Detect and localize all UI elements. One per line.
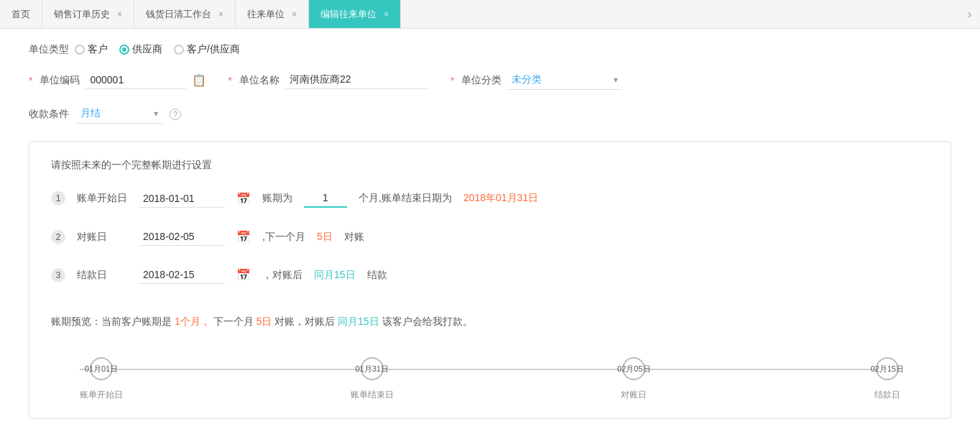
radio-supplier-circle	[119, 45, 129, 55]
tab-partner-label: 往来单位	[247, 8, 285, 21]
radio-customer[interactable]: 客户	[75, 43, 108, 56]
payment-label: 收款条件	[29, 108, 69, 121]
unit-category-select[interactable]: 未分类 ▾	[507, 70, 622, 90]
point-dot-2: 01月31日	[361, 357, 384, 380]
radio-group: 客户 供应商 客户/供应商	[75, 43, 240, 56]
radio-both-circle	[174, 45, 184, 55]
tab-sales-label: 销售订单历史	[54, 8, 110, 21]
period-months-input[interactable]	[304, 189, 347, 208]
row-1-label: 账单开始日	[77, 192, 127, 205]
timeline-point-4: 02月15日 结款日	[874, 357, 900, 401]
tab-edit-close[interactable]: ×	[384, 9, 389, 19]
point-dot-1: 01月01日	[90, 357, 113, 380]
tab-partner-close[interactable]: ×	[292, 9, 297, 19]
start-date-cal-icon[interactable]: 📅	[236, 192, 251, 206]
period-unit: 个月,账单结束日期为	[359, 192, 452, 205]
preview-middle-1: 下一个月	[213, 316, 254, 327]
payment-suffix-2: 结款	[367, 269, 387, 282]
radio-customer-circle	[75, 45, 85, 55]
point-label-3: 对账日	[621, 389, 647, 401]
payment-highlight: 同月15日	[314, 269, 356, 282]
code-name-category-section: * 单位编码 📋 * 单位名称 * 单位分类 未分类 ▾	[29, 70, 951, 90]
unit-code-label: 单位编码	[40, 74, 80, 87]
tab-cash-label: 钱货日清工作台	[146, 8, 211, 21]
name-required-star: *	[228, 75, 231, 86]
tab-bar: 首页 销售订单历史 × 钱货日清工作台 × 往来单位 × 编辑往来单位 × ›	[0, 0, 980, 29]
timeline: 01月01日 账单开始日 01月31日 账单结束日 02月05日 对账日 02月…	[51, 357, 929, 401]
preview-prefix: 账期预览：当前客户账期是	[51, 316, 172, 327]
timeline-point-2: 01月31日 账单结束日	[351, 357, 394, 401]
cat-required-star: *	[450, 75, 454, 86]
timeline-point-3: 02月05日 对账日	[621, 357, 647, 401]
row-num-3: 3	[51, 268, 65, 282]
help-icon[interactable]: ?	[170, 109, 181, 120]
payment-date-input[interactable]	[139, 266, 225, 284]
row-2-label: 对账日	[77, 231, 127, 244]
config-row-1: 1 账单开始日 📅 账期为 个月,账单结束日期为 2018年01月31日	[51, 189, 929, 208]
timeline-points: 01月01日 账单开始日 01月31日 账单结束日 02月05日 对账日 02月…	[80, 357, 900, 401]
payment-date-cal-icon[interactable]: 📅	[236, 268, 251, 282]
config-row-3: 3 结款日 📅 ，对账后 同月15日 结款	[51, 266, 929, 284]
payment-row: 收款条件 月结 ▾ ?	[29, 104, 951, 124]
tab-edit-label: 编辑往来单位	[320, 8, 376, 21]
row-num-2: 2	[51, 230, 65, 244]
row-num-1: 1	[51, 191, 65, 206]
tab-expand-button[interactable]: ›	[959, 8, 980, 21]
point-label-4: 结款日	[874, 389, 900, 401]
preview-highlight-3: 同月15日	[338, 316, 379, 327]
payment-value: 月结	[80, 107, 151, 120]
preview-suffix: 该客户会给我打款。	[382, 316, 473, 327]
tab-home-label: 首页	[11, 8, 30, 21]
unit-type-label: 单位类型	[29, 43, 69, 56]
point-dot-3: 02月05日	[622, 357, 645, 380]
preview-row: 账期预览：当前客户账期是 1个月， 下一个月 5日 对账，对账后 同月15日 该…	[51, 304, 929, 340]
payment-suffix-1: ，对账后	[262, 269, 302, 282]
unit-category-group: * 单位分类 未分类 ▾	[450, 70, 622, 90]
unit-type-group: 单位类型 客户 供应商 客户/供应商	[29, 43, 240, 56]
payment-select[interactable]: 月结 ▾	[76, 104, 162, 124]
point-dot-4: 02月15日	[876, 357, 899, 380]
reconcile-date-cal-icon[interactable]: 📅	[236, 230, 251, 244]
config-row-2: 2 对账日 📅 ,下一个月 5日 对账	[51, 228, 929, 246]
reconcile-highlight: 5日	[317, 231, 333, 244]
period-label: 账期为	[262, 192, 292, 205]
unit-type-section: 单位类型 客户 供应商 客户/供应商	[29, 43, 951, 56]
tab-home[interactable]: 首页	[0, 0, 42, 28]
unit-category-label: 单位分类	[461, 74, 501, 87]
radio-customer-label: 客户	[88, 43, 108, 56]
unit-code-group: * 单位编码 📋	[29, 71, 206, 89]
radio-supplier-label: 供应商	[132, 43, 162, 56]
main-content: 单位类型 客户 供应商 客户/供应商 * 单位编码	[0, 29, 980, 437]
category-chevron-icon: ▾	[614, 75, 618, 85]
unit-category-value: 未分类	[512, 73, 608, 86]
code-required-star: *	[29, 75, 32, 86]
tab-cash-close[interactable]: ×	[218, 9, 223, 19]
code-copy-icon[interactable]: 📋	[192, 73, 206, 87]
reconcile-date-input[interactable]	[139, 228, 225, 246]
row-3-label: 结款日	[77, 269, 127, 282]
tab-cash-work[interactable]: 钱货日清工作台 ×	[134, 0, 236, 28]
radio-both-label: 客户/供应商	[187, 43, 240, 56]
tab-sales-close[interactable]: ×	[117, 9, 122, 19]
payment-chevron-icon: ▾	[154, 109, 158, 119]
preview-highlight-2: 5日	[256, 316, 272, 327]
tab-edit-partner[interactable]: 编辑往来单位 ×	[309, 0, 401, 28]
reconcile-suffix-2: 对账	[344, 231, 364, 244]
unit-name-input[interactable]	[285, 71, 429, 89]
config-panel: 请按照未来的一个完整帐期进行设置 1 账单开始日 📅 账期为 个月,账单结束日期…	[29, 141, 951, 419]
unit-name-group: * 单位名称	[228, 71, 428, 89]
radio-supplier[interactable]: 供应商	[119, 43, 162, 56]
radio-both[interactable]: 客户/供应商	[174, 43, 240, 56]
reconcile-suffix-1: ,下一个月	[262, 231, 305, 244]
unit-name-label: 单位名称	[239, 74, 279, 87]
unit-code-input[interactable]	[85, 71, 186, 89]
start-date-input[interactable]	[139, 190, 225, 208]
preview-middle-2: 对账，对账后	[274, 316, 335, 327]
preview-highlight-1: 1个月，	[175, 316, 211, 327]
tab-partner[interactable]: 往来单位 ×	[236, 0, 309, 28]
tab-sales-order-history[interactable]: 销售订单历史 ×	[42, 0, 134, 28]
panel-title: 请按照未来的一个完整帐期进行设置	[51, 159, 929, 172]
point-label-2: 账单结束日	[351, 389, 394, 401]
point-label-1: 账单开始日	[80, 389, 123, 401]
period-end-date: 2018年01月31日	[463, 192, 538, 205]
